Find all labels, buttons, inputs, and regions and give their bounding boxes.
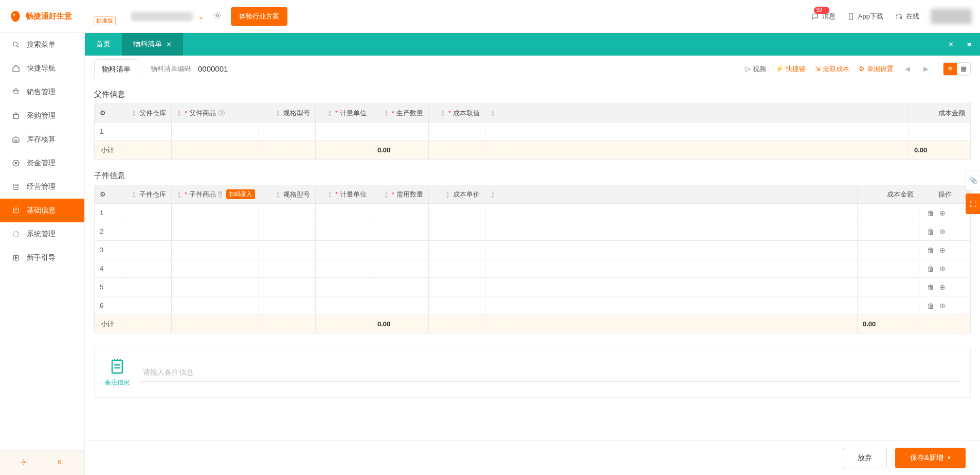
online-support-button[interactable]: 在线 [895, 12, 919, 21]
online-label: 在线 [906, 12, 919, 21]
add-row-icon[interactable]: ⊕ [939, 246, 946, 254]
delete-row-icon[interactable]: 🗑 [927, 209, 934, 217]
add-row-icon[interactable]: ⊕ [939, 265, 946, 273]
shortcut-button[interactable]: ⚡快捷键 [775, 64, 806, 74]
video-button[interactable]: ▷视频 [746, 64, 766, 74]
child-row[interactable]: 3🗑⊕ [95, 241, 971, 259]
page-header: 物料清单 物料清单编码 0000001 ▷视频 ⚡快捷键 ⇲提取成本 ⚙单据设置… [85, 56, 980, 82]
sidebar-item-finance[interactable]: 资金管理 [0, 151, 84, 175]
sidebar-item-search[interactable]: 搜索菜单 [0, 33, 84, 57]
notes-input[interactable] [141, 363, 960, 382]
parent-col-spec[interactable]: ▲▼规格型号 [259, 104, 316, 122]
view-list-icon[interactable]: ≡ [943, 63, 957, 75]
app-download-button[interactable]: App下载 [847, 12, 883, 21]
add-row-icon[interactable]: ⊕ [939, 227, 946, 236]
sidebar-item-label: 快捷导航 [27, 64, 56, 73]
prev-doc-icon[interactable]: ◀ [903, 65, 912, 73]
delete-row-icon[interactable]: 🗑 [927, 283, 934, 291]
tab-bom[interactable]: 物料清单 ✕ [122, 33, 183, 56]
child-col-gear[interactable]: ⚙ [95, 185, 120, 204]
add-row-icon[interactable]: ⊕ [939, 283, 946, 291]
parent-col-product[interactable]: ▲▼*父件商品? [172, 104, 259, 122]
code-label: 物料清单编码 [151, 64, 191, 74]
settings-gear-icon[interactable] [213, 11, 222, 21]
scan-badge[interactable]: 扫码录入 [226, 189, 255, 199]
sidebar-item-quicknav[interactable]: 快捷导航 [0, 57, 84, 80]
parent-col-warehouse[interactable]: ▲▼父件仓库 [120, 104, 172, 122]
industry-plan-button[interactable]: 体验行业方案 [231, 7, 287, 26]
child-col-product[interactable]: ▲▼*子件商品?扫码录入 [172, 185, 259, 204]
child-table: ⚙ ▲▼子件仓库 ▲▼*子件商品?扫码录入 ▲▼规格型号 ▲▼*计量单位 ▲▼*… [94, 185, 971, 333]
tabs-menu-icon[interactable]: ≡ [961, 37, 977, 52]
child-row[interactable]: 4🗑⊕ [95, 259, 971, 278]
parent-col-blank[interactable]: ▲▼ [485, 104, 909, 122]
expand-icon[interactable]: ⛶ [966, 193, 980, 214]
delete-row-icon[interactable]: 🗑 [927, 302, 934, 310]
home-icon [11, 64, 21, 73]
close-icon[interactable]: ✕ [166, 41, 172, 48]
add-row-icon[interactable]: ⊕ [939, 209, 946, 217]
svg-point-0 [13, 13, 15, 15]
sidebar-item-operation[interactable]: 经营管理 [0, 175, 84, 199]
help-icon[interactable]: ? [218, 110, 225, 116]
tab-bom-label: 物料清单 [133, 40, 162, 49]
parent-row[interactable]: 1 [95, 122, 971, 141]
sidebar-item-purchase[interactable]: 采购管理 [0, 104, 84, 128]
doc-icon [11, 182, 21, 191]
add-row-icon[interactable]: ⊕ [939, 302, 946, 310]
sidebar-item-sales[interactable]: 销售管理 [0, 80, 84, 104]
discard-button[interactable]: 放弃 [843, 448, 887, 468]
child-col-qty[interactable]: ▲▼*需用数量 [372, 185, 429, 204]
org-selector[interactable]: ⌄ [131, 12, 204, 21]
sidebar-item-basicinfo[interactable]: 基础信息 [0, 199, 84, 222]
child-row[interactable]: 6🗑⊕ [95, 296, 971, 315]
child-col-warehouse[interactable]: ▲▼子件仓库 [120, 185, 172, 204]
gear-icon: ⚙ [859, 65, 865, 73]
delete-row-icon[interactable]: 🗑 [927, 227, 934, 236]
child-col-amount[interactable]: 成本金额 [858, 185, 919, 204]
tab-home[interactable]: 首页 [85, 33, 122, 56]
extract-cost-button[interactable]: ⇲提取成本 [815, 64, 849, 74]
child-row[interactable]: 2🗑⊕ [95, 222, 971, 241]
parent-col-amount[interactable]: 成本金额 [909, 104, 971, 122]
org-name-blurred [131, 12, 193, 21]
close-all-tabs-icon[interactable]: ✕ [943, 37, 958, 52]
chevron-down-icon: ⌄ [198, 12, 204, 21]
warehouse-icon [11, 135, 21, 144]
child-col-blank[interactable]: ▲▼ [485, 185, 858, 204]
logo-text: 畅捷通好生意 [26, 11, 72, 21]
attachment-icon[interactable]: 📎 [966, 170, 980, 190]
headset-icon [895, 12, 903, 21]
save-and-new-button[interactable]: 保存&新增 ▾ [895, 448, 966, 468]
sidebar-settings-icon[interactable] [20, 458, 28, 468]
parent-col-costmode[interactable]: ▲▼*成本取值 [429, 104, 485, 122]
parent-col-gear[interactable]: ⚙ [95, 104, 120, 122]
delete-row-icon[interactable]: 🗑 [927, 246, 934, 254]
logo: 畅捷通好生意 [8, 9, 90, 24]
sidebar-collapse-icon[interactable] [57, 458, 65, 468]
sidebar-item-system[interactable]: 系统管理 [0, 222, 84, 246]
parent-col-qty[interactable]: ▲▼*生产数量 [372, 104, 429, 122]
doc-settings-button[interactable]: ⚙单据设置 [859, 64, 894, 74]
child-row[interactable]: 5🗑⊕ [95, 278, 971, 296]
sidebar-item-label: 采购管理 [27, 111, 56, 120]
next-doc-icon[interactable]: ▶ [921, 65, 931, 73]
user-avatar[interactable] [931, 9, 972, 24]
page-tab-bom[interactable]: 物料清单 [94, 59, 138, 79]
child-col-unitcost[interactable]: ▲▼成本单价 [429, 185, 485, 204]
delete-row-icon[interactable]: 🗑 [927, 265, 934, 273]
view-grid-icon[interactable]: ▦ [957, 63, 970, 75]
sidebar: 搜索菜单 快捷导航 销售管理 采购管理 库存核算 资金管理 [0, 33, 85, 475]
sidebar-item-guide[interactable]: 新手引导 [0, 246, 84, 270]
child-row[interactable]: 1🗑⊕ [95, 204, 971, 222]
play-icon: ▷ [746, 65, 751, 73]
sidebar-footer [0, 450, 84, 475]
messages-button[interactable]: 99 + 消息 [811, 12, 836, 21]
help-icon[interactable]: ? [218, 191, 222, 198]
child-col-spec[interactable]: ▲▼规格型号 [259, 185, 316, 204]
parent-col-unit[interactable]: ▲▼*计量单位 [316, 104, 372, 122]
extract-icon: ⇲ [815, 65, 821, 73]
main-area: 首页 物料清单 ✕ ✕ ≡ 物料清单 物料清单编码 0000001 ▷视频 [85, 33, 980, 475]
sidebar-item-inventory[interactable]: 库存核算 [0, 128, 84, 151]
child-col-unit[interactable]: ▲▼*计量单位 [316, 185, 372, 204]
